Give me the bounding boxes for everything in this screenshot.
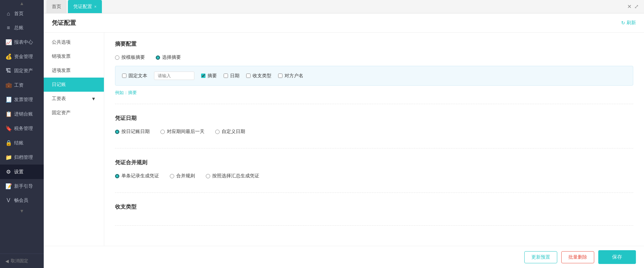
main-area: 首页 凭证配置 × ✕ ⤢ 凭证配置 ↻ 刷新 公共选项 — [44, 0, 644, 268]
inner-layout: 公共选项 销项发票 进项发票 日记账 工资表 ▼ 固定资产 — [44, 33, 644, 246]
window-close-button[interactable]: ✕ — [627, 3, 632, 10]
checkbox-date[interactable]: 日期 — [224, 73, 239, 79]
period-last-radio[interactable] — [160, 130, 165, 134]
example-text: 例如：摘要 — [115, 90, 633, 96]
radio-journal-date[interactable]: 按日记账日期 — [115, 129, 150, 135]
radio-merge-rule[interactable]: 合并规则 — [170, 173, 195, 179]
radio-custom-date[interactable]: 自定义日期 — [215, 129, 245, 135]
radio-select-summary[interactable]: 选择摘要 — [156, 54, 181, 60]
summary-checkbox-row: 固定文本 摘要 日期 收支类型 — [115, 66, 633, 86]
date-radio-group: 按日记账日期 对应期间最后一天 自定义日期 — [115, 129, 633, 135]
nav-item-public[interactable]: 公共选项 — [44, 35, 104, 49]
income-section-title: 收支类型 — [115, 204, 633, 211]
sidebar-item-reports[interactable]: 📈 报表中心 — [0, 35, 44, 49]
date-section-title: 凭证日期 — [115, 115, 633, 122]
single-record-radio[interactable] — [115, 174, 119, 178]
bottom-bar: 更新预置 批量删除 保存 — [44, 246, 644, 268]
radio-template-input[interactable] — [115, 55, 119, 60]
select-merge-radio[interactable] — [206, 174, 210, 178]
tab-voucher-config[interactable]: 凭证配置 × — [68, 0, 102, 13]
ledger-icon: ≡ — [5, 25, 11, 31]
archive-icon: 📁 — [5, 154, 11, 161]
sidebar-unpin-button[interactable]: ◀ 取消固定 — [0, 254, 44, 268]
nav-item-journal[interactable]: 日记账 — [44, 78, 104, 92]
abstract-checkbox[interactable] — [201, 74, 205, 78]
income-type-checkbox[interactable] — [246, 74, 251, 78]
invoice-mgmt-icon: 🧾 — [5, 96, 11, 103]
page-header: 凭证配置 ↻ 刷新 — [44, 13, 644, 33]
nav-item-purchase-invoice[interactable]: 进项发票 — [44, 63, 104, 78]
nav-item-sales-invoice[interactable]: 销项发票 — [44, 49, 104, 63]
settings-icon: ⚙ — [5, 169, 11, 175]
counterparty-checkbox[interactable] — [278, 74, 282, 78]
nav-item-fixed-assets[interactable]: 固定资产 — [44, 106, 104, 120]
summary-section-title: 摘要配置 — [115, 41, 633, 48]
merge-section-title: 凭证合并规则 — [115, 159, 633, 166]
merge-rule-radio[interactable] — [170, 174, 174, 178]
sidebar-item-payroll[interactable]: 💼 工资 — [0, 78, 44, 92]
funds-icon: 💰 — [5, 53, 11, 60]
content-area: 凭证配置 ↻ 刷新 公共选项 销项发票 进项发票 日记账 — [44, 13, 644, 268]
sidebar-item-settings[interactable]: ⚙ 设置 — [0, 165, 44, 179]
sidebar-scroll-up[interactable]: ▲ — [0, 0, 44, 7]
sidebar-scroll-down[interactable]: ▼ — [0, 208, 44, 214]
tab-close-button[interactable]: × — [94, 4, 97, 9]
update-preview-button[interactable]: 更新预置 — [524, 251, 557, 263]
date-checkbox[interactable] — [224, 74, 228, 78]
purchase-sales-icon: 📋 — [5, 111, 11, 117]
refresh-icon: ↻ — [621, 20, 625, 26]
tax-icon: 🔖 — [5, 125, 11, 132]
guide-icon: 📝 — [5, 183, 11, 189]
sidebar: ▲ ⌂ 首页 ≡ 总账 📈 报表中心 💰 资金管理 🏗 固定资产 💼 工资 🧾 … — [0, 0, 44, 268]
sidebar-item-fixed-assets[interactable]: 🏗 固定资产 — [0, 64, 44, 78]
sidebar-item-guide[interactable]: 📝 新手引导 — [0, 179, 44, 193]
sidebar-item-vip[interactable]: V 畅会员 — [0, 193, 44, 208]
sidebar-item-close[interactable]: 🔒 结账 — [0, 136, 44, 150]
merge-rule-section: 凭证合并规则 单条记录生成凭证 合并规则 按照选择汇总生成凭证 — [115, 159, 633, 193]
fixed-text-checkbox[interactable] — [122, 74, 126, 78]
summary-radio-group: 按模板摘要 选择摘要 — [115, 54, 633, 60]
radio-single-record[interactable]: 单条记录生成凭证 — [115, 173, 159, 179]
window-controls: ✕ ⤢ — [627, 3, 641, 10]
nav-item-payroll-table[interactable]: 工资表 ▼ — [44, 92, 104, 106]
merge-radio-group: 单条记录生成凭证 合并规则 按照选择汇总生成凭证 — [115, 173, 633, 179]
checkbox-fixed-text[interactable]: 固定文本 — [122, 73, 147, 79]
expand-arrow-icon: ▼ — [91, 96, 96, 101]
sidebar-item-invoice-mgmt[interactable]: 🧾 发票管理 — [0, 92, 44, 107]
sidebar-item-funds[interactable]: 💰 资金管理 — [0, 49, 44, 64]
checkbox-abstract[interactable]: 摘要 — [201, 73, 217, 79]
tab-bar: 首页 凭证配置 × ✕ ⤢ — [44, 0, 644, 13]
right-content: 摘要配置 按模板摘要 选择摘要 — [104, 33, 644, 246]
save-button[interactable]: 保存 — [598, 250, 636, 264]
reports-icon: 📈 — [5, 39, 11, 45]
sidebar-item-purchase-sales[interactable]: 📋 进销台账 — [0, 107, 44, 121]
page-title: 凭证配置 — [52, 19, 76, 27]
home-icon: ⌂ — [5, 11, 11, 17]
fixed-text-input[interactable] — [154, 72, 194, 80]
journal-date-radio[interactable] — [115, 130, 119, 134]
radio-select-merge[interactable]: 按照选择汇总生成凭证 — [206, 173, 259, 179]
window-expand-button[interactable]: ⤢ — [634, 3, 639, 10]
radio-period-last[interactable]: 对应期间最后一天 — [160, 129, 204, 135]
refresh-button[interactable]: ↻ 刷新 — [621, 20, 636, 26]
unpin-icon: ◀ — [5, 259, 9, 264]
radio-select-input[interactable] — [156, 55, 160, 60]
sidebar-item-ledger[interactable]: ≡ 总账 — [0, 21, 44, 35]
voucher-date-section: 凭证日期 按日记账日期 对应期间最后一天 自定义日期 — [115, 115, 633, 148]
vip-icon: V — [5, 197, 11, 204]
checkbox-income-type[interactable]: 收支类型 — [246, 73, 271, 79]
income-type-section: 收支类型 — [115, 204, 633, 226]
summary-config-section: 摘要配置 按模板摘要 选择摘要 — [115, 41, 633, 104]
sidebar-item-archive[interactable]: 📁 归档管理 — [0, 150, 44, 165]
sidebar-item-tax[interactable]: 🔖 税务管理 — [0, 121, 44, 136]
checkbox-counterparty[interactable]: 对方户名 — [278, 73, 303, 79]
radio-template-summary[interactable]: 按模板摘要 — [115, 54, 145, 60]
fixed-assets-icon: 🏗 — [5, 68, 11, 74]
tab-home[interactable]: 首页 — [46, 0, 67, 13]
custom-date-radio[interactable] — [215, 130, 220, 134]
sidebar-item-home[interactable]: ⌂ 首页 — [0, 7, 44, 21]
left-nav: 公共选项 销项发票 进项发票 日记账 工资表 ▼ 固定资产 — [44, 33, 104, 246]
close-accounts-icon: 🔒 — [5, 140, 11, 146]
batch-delete-button[interactable]: 批量删除 — [561, 251, 594, 263]
payroll-icon: 💼 — [5, 82, 11, 88]
